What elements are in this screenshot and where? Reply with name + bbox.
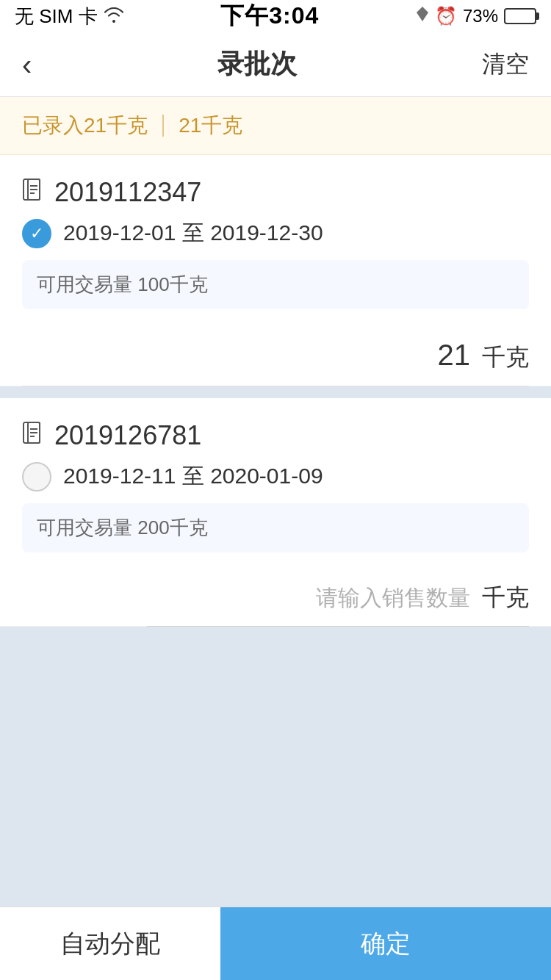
carrier-text: 无 SIM 卡 <box>15 4 98 29</box>
doc-icon-2 <box>22 421 46 450</box>
battery-pct: 73% <box>463 6 498 26</box>
available-box-1: 可用交易量 100千克 <box>22 260 529 309</box>
batch-header-1: 2019112347 <box>22 177 529 208</box>
batch-item-2: 2019126781 2019-12-11 至 2020-01-09 可用交易量… <box>0 398 551 567</box>
batch-header-2: 2019126781 <box>22 420 529 451</box>
status-left: 无 SIM 卡 <box>15 4 124 29</box>
alarm-icon: ⏰ <box>435 6 457 26</box>
entered-value: 21千克 <box>179 112 242 140</box>
amount-row-1: 21 千克 <box>0 324 551 386</box>
entered-label: 已录入21千克 <box>22 112 148 140</box>
amount-unit-1: 千克 <box>482 342 529 374</box>
wifi-icon <box>104 5 124 28</box>
input-placeholder-2: 请输入销售数量 <box>316 583 470 613</box>
auto-distribute-button[interactable]: 自动分配 <box>0 907 220 980</box>
batch-item-1: 2019112347 ✓ 2019-12-01 至 2019-12-30 可用交… <box>0 155 551 324</box>
bottom-bar: 自动分配 确定 <box>0 907 551 980</box>
batch-id-2: 2019126781 <box>54 420 201 451</box>
page-title: 录批次 <box>217 46 297 82</box>
clear-button[interactable]: 清空 <box>482 48 529 81</box>
status-bar: 无 SIM 卡 下午3:04 ⏰ 73% <box>0 0 551 32</box>
amount-value-1: 21 <box>438 339 471 372</box>
batch-id-1: 2019112347 <box>54 177 201 208</box>
input-row-2[interactable]: 请输入销售数量 千克 <box>0 567 551 626</box>
doc-icon-1 <box>22 178 46 207</box>
check-icon-1: ✓ <box>30 224 43 243</box>
available-box-2: 可用交易量 200千克 <box>22 503 529 552</box>
radio-1[interactable]: ✓ <box>22 219 51 248</box>
location-icon <box>416 6 429 26</box>
battery-icon <box>504 8 536 24</box>
status-right: ⏰ 73% <box>416 6 536 26</box>
batch-date-1: 2019-12-01 至 2019-12-30 <box>63 218 323 248</box>
section-divider <box>0 386 551 398</box>
info-banner: 已录入21千克 21千克 <box>0 97 551 155</box>
back-button[interactable]: ‹ <box>22 50 32 79</box>
status-time: 下午3:04 <box>220 0 319 32</box>
batch-date-2: 2019-12-11 至 2020-01-09 <box>63 461 323 491</box>
input-unit-2: 千克 <box>482 582 529 614</box>
info-divider <box>162 115 164 137</box>
batch-date-row-1[interactable]: ✓ 2019-12-01 至 2019-12-30 <box>22 218 529 248</box>
batch-date-row-2[interactable]: 2019-12-11 至 2020-01-09 <box>22 461 529 491</box>
radio-2[interactable] <box>22 462 51 491</box>
confirm-button[interactable]: 确定 <box>220 907 551 980</box>
nav-bar: ‹ 录批次 清空 <box>0 32 551 97</box>
